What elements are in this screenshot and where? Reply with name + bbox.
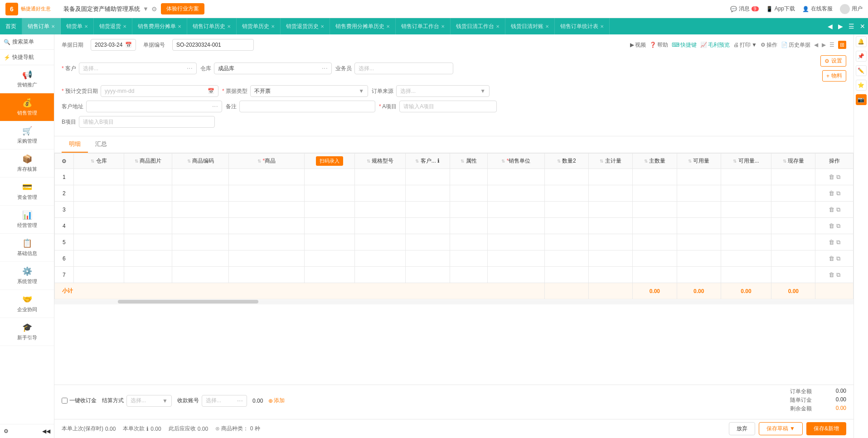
scan-button[interactable]: 扫码录入 [316, 156, 343, 166]
print-dropdown-icon[interactable]: ▼ [752, 42, 757, 48]
calendar-icon[interactable]: 📅 [125, 42, 132, 48]
online-service-item[interactable]: 👤 在线客服 [802, 5, 833, 13]
calendar2-icon[interactable]: 📅 [208, 88, 214, 94]
th-available2[interactable]: ⇅ 可用量... [721, 154, 771, 169]
grid-view-icon[interactable]: ⊞ [838, 41, 846, 49]
sidebar-item-business[interactable]: 📊 经营管理 [0, 206, 54, 234]
help-link[interactable]: ❓ 帮助 [650, 41, 668, 49]
sidebar-search[interactable]: 🔍 搜索菜单 [0, 34, 54, 50]
close-icon[interactable]: ✕ [51, 24, 55, 29]
right-panel-btn-3[interactable]: ✏️ [856, 65, 867, 76]
remark-input[interactable] [239, 101, 375, 112]
cell-warehouse-1[interactable] [73, 169, 124, 185]
address-dots[interactable]: ··· [212, 102, 218, 111]
sidebar-item-system[interactable]: ⚙️ 系统管理 [0, 262, 54, 290]
copy-icon[interactable]: ⧉ [836, 222, 840, 230]
invoice-input[interactable]: 不开票 ▼ [250, 85, 368, 97]
delete-icon[interactable]: 🗑 [829, 222, 834, 230]
sidebar-item-inventory[interactable]: 📦 库存核算 [0, 149, 54, 178]
solution-button[interactable]: 体验行业方案 [161, 3, 204, 14]
order-source-input[interactable]: 选择... ▼ [396, 85, 490, 97]
tab-daily-workbench[interactable]: 钱货日清工作台 ✕ [451, 18, 505, 34]
cell-attr-2[interactable] [450, 185, 487, 202]
cell-customer-1[interactable] [405, 169, 450, 185]
address-input[interactable]: ··· [86, 101, 222, 112]
close-icon[interactable]: ✕ [386, 24, 390, 29]
close-icon[interactable]: ✕ [84, 24, 88, 29]
tab-home[interactable]: 首页 [0, 18, 22, 34]
payment-dropdown-icon[interactable]: ▼ [162, 398, 168, 404]
sidebar-item-purchase[interactable]: 🛒 采购管理 [0, 121, 54, 149]
sidebar-settings-icon[interactable]: ⚙ [4, 428, 9, 434]
th-spec[interactable]: ⇅ 规格型号 [355, 154, 405, 169]
right-panel-btn-4[interactable]: ⭐ [856, 80, 867, 91]
staff-input[interactable]: 选择... [354, 63, 453, 74]
tab-bill-history[interactable]: 销货单历史 ✕ [237, 18, 281, 34]
copy-icon-1[interactable]: ⧉ [836, 173, 840, 181]
cell-available-1[interactable] [677, 169, 721, 185]
close-icon[interactable]: ✕ [227, 24, 231, 29]
tab-fee-history[interactable]: 销售费用分摊单历史 ✕ [330, 18, 396, 34]
th-current[interactable]: ⇅ 现存量 [771, 154, 815, 169]
tab-daily-reconcile[interactable]: 钱货日清对账 ✕ [505, 18, 555, 34]
cell-spec-1[interactable] [355, 169, 405, 185]
tab-sales-bill[interactable]: 销货单 ✕ [61, 18, 94, 34]
payment-method-input[interactable]: 选择... ▼ [126, 395, 172, 407]
user-item[interactable]: 用户 [840, 4, 863, 14]
right-panel-btn-2[interactable]: 📌 [856, 51, 867, 62]
copy-icon[interactable]: ⧉ [836, 255, 840, 262]
add-button[interactable]: ⊕ 添加 [268, 397, 285, 404]
cell-qty2-1[interactable] [544, 169, 588, 185]
right-panel-btn-5[interactable]: 📷 [856, 94, 867, 105]
save-new-button[interactable]: 保存&新增 [806, 422, 846, 435]
close-icon[interactable]: ✕ [320, 24, 324, 29]
cell-current-2[interactable] [771, 185, 815, 202]
invoice-dropdown-icon[interactable]: ▼ [359, 88, 364, 94]
th-main-qty[interactable]: ⇅ 主数量 [633, 154, 677, 169]
add-material-button[interactable]: + 物料 [822, 70, 846, 82]
print-link[interactable]: 🖨 打印 ▼ [733, 41, 757, 49]
th-available[interactable]: ⇅ 可用量 [677, 154, 721, 169]
close-icon[interactable]: ✕ [271, 24, 275, 29]
delete-icon[interactable]: 🗑 [829, 206, 834, 213]
tab-sales-fee[interactable]: 销售费用分摊单 ✕ [132, 18, 187, 34]
warehouse-input[interactable]: 成品库 ··· [214, 63, 332, 74]
cell-attr-1[interactable] [450, 169, 487, 185]
one-click-checkbox[interactable]: 一键收订金 [62, 397, 97, 404]
nav-prev-icon[interactable]: ◀ [814, 42, 818, 48]
date-input[interactable]: 2023-03-24 📅 [91, 39, 136, 51]
th-unit[interactable]: ⇅ *销售单位 [488, 154, 544, 169]
message-item[interactable]: 💬 消息 9 [730, 5, 759, 13]
close-icon[interactable]: ✕ [441, 24, 445, 29]
checkbox-input[interactable] [62, 398, 68, 404]
tab-detail[interactable]: 明细 [62, 136, 88, 153]
table-container[interactable]: ⚙ ⇅ 仓库 ⇅ 商品图片 ⇅ 商品编码 ⇅ *商品 扫码录入 ⇅ 规格型号 ⇅… [54, 153, 853, 385]
cell-main-unit-1[interactable] [588, 169, 632, 185]
cell-available2-2[interactable] [721, 185, 771, 202]
settings-button[interactable]: ⚙ 设置 [820, 55, 846, 67]
draft-dropdown-icon[interactable]: ▼ [790, 425, 795, 432]
cell-main-unit-2[interactable] [588, 185, 632, 202]
copy-icon-2[interactable]: ⧉ [836, 190, 840, 197]
cell-main-qty-1[interactable] [633, 169, 677, 185]
save-draft-button[interactable]: 保存草稿 ▼ [759, 422, 803, 435]
th-code[interactable]: ⇅ 商品编码 [172, 154, 229, 169]
delete-icon[interactable]: 🗑 [829, 239, 834, 246]
delete-icon-1[interactable]: 🗑 [829, 173, 834, 181]
close-icon[interactable]: ✕ [545, 24, 549, 29]
tab-order-workbench[interactable]: 销售订单工作台 ✕ [396, 18, 451, 34]
nav-close-icon[interactable]: ✕ [857, 23, 868, 30]
discard-button[interactable]: 放弃 [729, 422, 755, 435]
nav-menu-icon[interactable]: ☰ [846, 23, 857, 30]
cell-warehouse-2[interactable] [73, 185, 124, 202]
sidebar-item-basic-info[interactable]: 📋 基础信息 [0, 234, 54, 262]
cell-code-2[interactable] [172, 185, 229, 202]
close-icon[interactable]: ✕ [600, 24, 604, 29]
close-icon[interactable]: ✕ [178, 24, 181, 29]
cell-unit-2[interactable] [488, 185, 544, 202]
dropdown-arrow-icon[interactable]: ▼ [143, 5, 149, 12]
tab-summary[interactable]: 汇总 [88, 136, 114, 153]
th-qty2[interactable]: ⇅ 数量2 [544, 154, 588, 169]
th-settings[interactable]: ⚙ [55, 154, 74, 169]
cell-product-1[interactable] [229, 169, 305, 185]
